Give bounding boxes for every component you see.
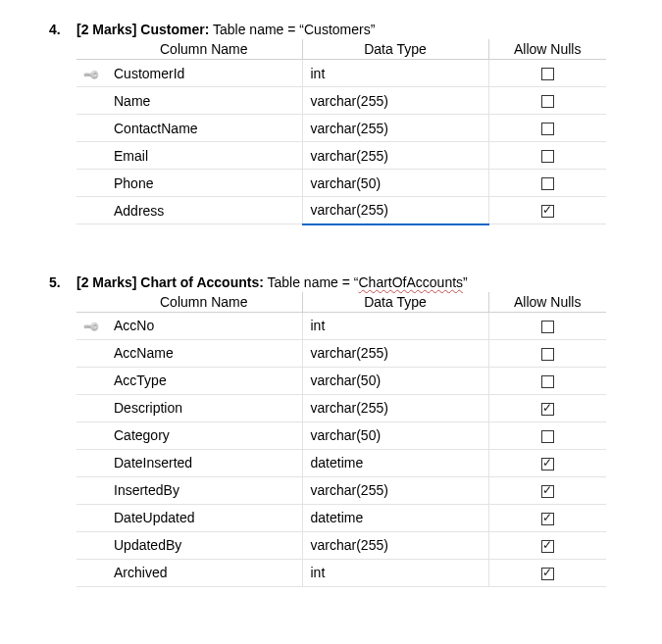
allow-nulls-checkbox[interactable] [541,205,554,218]
allow-nulls-checkbox[interactable] [541,150,554,163]
primary-key-icon: 🔑 [82,66,100,83]
column-name-cell[interactable]: Email [106,142,302,170]
allow-nulls-checkbox[interactable] [541,458,554,471]
column-name-cell[interactable]: AccNo [106,312,302,339]
allow-nulls-cell[interactable] [488,394,606,421]
table-row[interactable]: Descriptionvarchar(255) [76,394,606,421]
allow-nulls-cell[interactable] [488,87,606,115]
data-type-cell[interactable]: int [302,60,488,87]
allow-nulls-cell[interactable] [488,312,606,339]
table-row[interactable]: Addressvarchar(255) [76,197,606,224]
question-item: 5.[2 Marks] Chart of Accounts: Table nam… [29,274,633,587]
column-name-cell[interactable]: Phone [106,170,302,197]
data-type-cell[interactable]: varchar(255) [302,476,488,504]
table-row[interactable]: Emailvarchar(255) [76,142,606,170]
allow-nulls-checkbox[interactable] [541,95,554,108]
table-row[interactable]: AccNamevarchar(255) [76,339,606,367]
header-allow-nulls: Allow Nulls [488,292,606,313]
column-name-cell[interactable]: CustomerId [106,60,302,87]
column-name-cell[interactable]: Name [106,87,302,115]
allow-nulls-checkbox[interactable] [541,568,554,580]
allow-nulls-cell[interactable] [488,115,606,142]
allow-nulls-cell[interactable] [488,421,606,449]
column-name-cell[interactable]: ContactName [106,115,302,142]
data-type-cell[interactable]: int [302,312,488,339]
column-name-cell[interactable]: Category [106,421,302,449]
table-row[interactable]: Categoryvarchar(50) [76,421,606,449]
table-designer: Column NameData TypeAllow Nulls🔑Customer… [76,39,606,225]
allow-nulls-cell[interactable] [488,504,606,531]
key-cell [76,394,106,421]
header-column-name: Column Name [106,292,302,313]
allow-nulls-cell[interactable] [488,197,606,224]
allow-nulls-checkbox[interactable] [541,348,554,361]
data-type-cell[interactable]: varchar(255) [302,339,488,367]
primary-key-icon: 🔑 [82,319,100,336]
allow-nulls-cell[interactable] [488,170,606,197]
allow-nulls-checkbox[interactable] [541,321,554,333]
column-name-cell[interactable]: InsertedBy [106,476,302,504]
table-row[interactable]: UpdatedByvarchar(255) [76,531,606,559]
allow-nulls-checkbox[interactable] [541,513,554,525]
data-type-cell[interactable]: varchar(255) [302,142,488,170]
data-type-cell[interactable]: datetime [302,504,488,531]
column-name-cell[interactable]: Address [106,197,302,224]
question-item: 4.[2 Marks] Customer: Table name = “Cust… [29,22,633,225]
table-row[interactable]: 🔑CustomerIdint [76,60,606,87]
column-name-cell[interactable]: UpdatedBy [106,531,302,559]
data-type-cell[interactable]: varchar(50) [302,170,488,197]
topic-label: Customer: [140,22,209,37]
key-cell [76,421,106,449]
data-type-cell[interactable]: varchar(255) [302,87,488,115]
table-name-value: ChartOfAccounts [358,274,463,290]
allow-nulls-cell[interactable] [488,339,606,367]
allow-nulls-cell[interactable] [488,449,606,476]
table-row[interactable]: Archivedint [76,559,606,586]
allow-nulls-checkbox[interactable] [541,485,554,498]
table-row[interactable]: Namevarchar(255) [76,87,606,115]
column-name-cell[interactable]: AccType [106,367,302,394]
data-type-cell[interactable]: int [302,559,488,586]
allow-nulls-checkbox[interactable] [541,540,554,553]
table-row[interactable]: Phonevarchar(50) [76,170,606,197]
key-cell: 🔑 [76,312,106,339]
data-type-cell[interactable]: varchar(255) [302,531,488,559]
data-type-cell[interactable]: varchar(50) [302,421,488,449]
key-cell [76,197,106,224]
table-row[interactable]: InsertedByvarchar(255) [76,476,606,504]
allow-nulls-cell[interactable] [488,60,606,87]
data-type-cell[interactable]: varchar(50) [302,367,488,394]
header-key [76,292,106,313]
allow-nulls-cell[interactable] [488,142,606,170]
table-row[interactable]: 🔑AccNoint [76,312,606,339]
data-type-cell[interactable]: varchar(255) [302,394,488,421]
key-cell: 🔑 [76,60,106,87]
data-type-cell[interactable]: varchar(255) [302,197,488,224]
column-name-cell[interactable]: DateUpdated [106,504,302,531]
column-name-cell[interactable]: DateInserted [106,449,302,476]
allow-nulls-checkbox[interactable] [541,375,554,388]
column-name-cell[interactable]: Archived [106,559,302,586]
allow-nulls-cell[interactable] [488,367,606,394]
allow-nulls-checkbox[interactable] [541,430,554,443]
key-cell [76,87,106,115]
table-row[interactable]: AccTypevarchar(50) [76,367,606,394]
allow-nulls-checkbox[interactable] [541,403,554,416]
header-data-type: Data Type [302,292,488,313]
table-name-text: Table name = “Customers” [209,22,375,37]
data-type-cell[interactable]: varchar(255) [302,115,488,142]
question-title: [2 Marks] Chart of Accounts: Table name … [76,274,633,290]
table-row[interactable]: DateUpdateddatetime [76,504,606,531]
data-type-cell[interactable]: datetime [302,449,488,476]
column-name-cell[interactable]: Description [106,394,302,421]
allow-nulls-checkbox[interactable] [541,177,554,190]
allow-nulls-checkbox[interactable] [541,68,554,80]
allow-nulls-checkbox[interactable] [541,123,554,135]
table-row[interactable]: DateInserteddatetime [76,449,606,476]
table-row[interactable]: ContactNamevarchar(255) [76,115,606,142]
column-name-cell[interactable]: AccName [106,339,302,367]
allow-nulls-cell[interactable] [488,476,606,504]
allow-nulls-cell[interactable] [488,559,606,586]
allow-nulls-cell[interactable] [488,531,606,559]
key-cell [76,504,106,531]
